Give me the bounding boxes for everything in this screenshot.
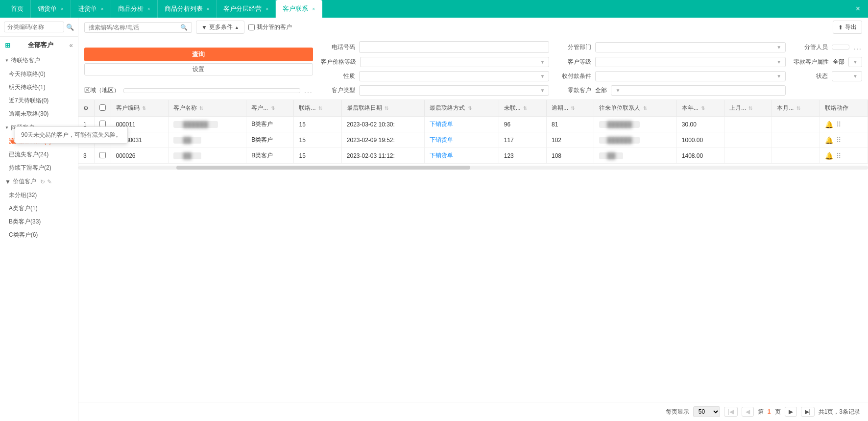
sidebar-item-b-class[interactable]: B类客户(33) (0, 215, 78, 228)
close-purchase-icon[interactable]: × (101, 6, 104, 12)
value-refresh-icon[interactable]: ↻ (40, 178, 45, 185)
first-page-btn[interactable]: |◀ (724, 407, 738, 417)
close-customer-tier-icon[interactable]: × (265, 6, 268, 12)
sidebar-item-overdue[interactable]: 逾期未联络(30) (0, 107, 78, 121)
page-end-label: 页 (775, 408, 781, 416)
customer-level-label: 客户等级 (557, 58, 591, 66)
nav-customer-contact[interactable]: 客户联系 × (276, 0, 322, 18)
per-page-select[interactable]: 50 20 100 (693, 406, 720, 417)
cell-contact: 15 (294, 117, 341, 132)
cell-last-method[interactable]: 下销货单 (425, 117, 499, 132)
nav-purchase[interactable]: 进货单 × (71, 0, 111, 18)
payment-select[interactable]: ▼ (595, 71, 786, 81)
search-input[interactable] (89, 24, 177, 31)
cell-last-method[interactable]: 下销货单 (425, 148, 499, 164)
row-checkbox[interactable] (99, 152, 106, 158)
last-method-link: 下销货单 (430, 121, 453, 127)
customer-type-select[interactable]: ▼ (359, 85, 550, 96)
value-edit-icon[interactable]: ✎ (47, 178, 52, 185)
action-contact-icon[interactable]: 🔔 (825, 121, 833, 128)
sidebar-collapse-icon[interactable]: « (69, 41, 73, 49)
settings-btn[interactable]: 设置 (84, 63, 313, 75)
more-conditions-label: 更多条件 (209, 23, 233, 31)
sidebar-item-today[interactable]: 今天待联络(0) (0, 68, 78, 81)
sidebar-section-pending[interactable]: ▼ 待联络客户 (0, 53, 78, 68)
manager-dots[interactable]: ... (853, 43, 862, 51)
triangle-icon-problem: ▼ (5, 125, 9, 130)
col-code-label: 客户编码 (116, 104, 140, 111)
nav-customer-tier[interactable]: 客户分层经营 × (217, 0, 276, 18)
action-more-icon[interactable]: ⠿ (836, 152, 841, 160)
sidebar-search-input[interactable] (4, 22, 64, 32)
action-more-icon[interactable]: ⠿ (836, 136, 841, 144)
cell-last-date: 2023-02-09 19:52: (341, 132, 425, 148)
query-btn[interactable]: 查询 (84, 48, 313, 61)
page-label: 第 (758, 408, 764, 416)
phone-input[interactable] (359, 41, 550, 53)
cell-last-method[interactable]: 下销货单 (425, 132, 499, 148)
customer-level-select[interactable]: ▼ (595, 57, 786, 67)
my-customers-checkbox[interactable] (248, 24, 255, 30)
horizontal-scrollbar[interactable] (78, 166, 868, 170)
col-last-date[interactable]: 最后联络日期 ⇅ (341, 100, 425, 117)
col-last-month[interactable]: 上月... ⇅ (724, 100, 772, 117)
dept-select[interactable]: ▼ (595, 42, 786, 52)
cell-type: B类客户 (246, 117, 294, 132)
col-overdue[interactable]: 逾期... ⇅ (547, 100, 594, 117)
close-product-analysis-icon[interactable]: × (147, 6, 150, 12)
action-contact-icon[interactable]: 🔔 (825, 152, 833, 160)
row-checkbox[interactable] (99, 121, 106, 127)
cell-last-month (724, 148, 772, 164)
col-name[interactable]: 客户名称 ⇅ (168, 100, 246, 117)
col-contact-person[interactable]: 往来单位联系人 ⇅ (594, 100, 676, 117)
sidebar-item-declining[interactable]: 持续下滑客户(2) (0, 161, 78, 174)
zero-customer-select[interactable]: ▼ (611, 85, 786, 96)
manager-select[interactable] (832, 45, 849, 50)
sidebar-item-7days[interactable]: 近7天待联络(0) (0, 94, 78, 107)
last-method-link: 下销货单 (430, 136, 453, 143)
sidebar-item-ungroup[interactable]: 未分组(32) (0, 189, 78, 202)
nav-product-analysis[interactable]: 商品分析 × (111, 0, 158, 18)
col-this-month[interactable]: 本月... ⇅ (772, 100, 820, 117)
cell-checkbox[interactable] (94, 148, 111, 164)
sidebar-all-customers[interactable]: ⊞ 全部客户 « (0, 37, 78, 53)
col-code[interactable]: 客户编码 ⇅ (111, 100, 168, 117)
close-customer-contact-icon[interactable]: × (312, 6, 315, 12)
export-btn[interactable]: ⬆ 导出 (833, 21, 862, 34)
nav-product-list-label: 商品分析列表 (165, 4, 203, 13)
cell-this-month (772, 148, 820, 164)
col-uncontacted[interactable]: 未联... ⇅ (499, 100, 546, 117)
sidebar-item-c-class[interactable]: C类客户(6) (0, 228, 78, 242)
cell-name: ██████ (168, 117, 246, 132)
sidebar-item-tomorrow[interactable]: 明天待联络(1) (0, 81, 78, 94)
area-dots[interactable]: ... (304, 87, 313, 95)
sidebar-item-churned[interactable]: 已流失客户(24) (0, 148, 78, 161)
select-all-checkbox[interactable] (99, 104, 106, 111)
status-select[interactable]: ▼ (832, 71, 862, 81)
action-more-icon[interactable]: ⠿ (836, 121, 841, 128)
col-last-method[interactable]: 最后联络方式 ⇅ (425, 100, 499, 117)
nav-product-list[interactable]: 商品分析列表 × (158, 0, 217, 18)
zero-attr-select[interactable]: ▼ (848, 57, 862, 67)
col-contact[interactable]: 联络... ⇅ (294, 100, 341, 117)
more-conditions-btn[interactable]: ▼ 更多条件 ▲ (196, 21, 244, 34)
prev-page-btn[interactable]: ◀ (742, 407, 754, 417)
nav-sales[interactable]: 销货单 × (31, 0, 71, 18)
close-product-list-icon[interactable]: × (207, 6, 210, 12)
col-type[interactable]: 客户... ⇅ (246, 100, 294, 117)
gender-select[interactable]: ▼ (359, 71, 550, 81)
scrollbar-thumb[interactable] (176, 166, 470, 170)
area-select[interactable] (123, 88, 300, 93)
col-settings[interactable]: ⚙ (78, 100, 94, 117)
table-row: 3 000026 ██ B类客户 15 2023-02-03 11:12: 下销… (78, 148, 868, 164)
col-this-year[interactable]: 本年... ⇅ (676, 100, 724, 117)
next-page-btn[interactable]: ▶ (785, 407, 797, 417)
close-sales-icon[interactable]: × (61, 6, 64, 12)
nav-home[interactable]: 首页 (4, 0, 31, 18)
window-close-icon[interactable]: × (852, 4, 864, 13)
sidebar-item-a-class[interactable]: A类客户(1) (0, 202, 78, 215)
price-level-select[interactable]: ▼ (360, 57, 550, 67)
sidebar-section-value[interactable]: ▼ 价值客户 ↻ ✎ (0, 174, 78, 189)
last-page-btn[interactable]: ▶| (801, 407, 815, 417)
action-contact-icon[interactable]: 🔔 (825, 136, 833, 144)
